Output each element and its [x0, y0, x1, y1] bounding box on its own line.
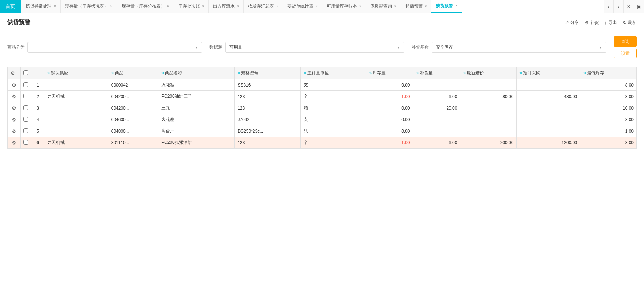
query-button[interactable]: 查询 [614, 36, 637, 47]
tab-label-inout-flow: 出入库流水 [213, 3, 235, 9]
row-num: 6 [31, 137, 44, 149]
row-stock: -1.00 [366, 91, 413, 102]
row-gear-icon[interactable]: ⚙ [12, 128, 16, 134]
row-replenish [413, 79, 460, 91]
row-gear-icon[interactable]: ⚙ [12, 117, 16, 123]
tab-label-available-ledger: 可用量库存账本 [327, 3, 357, 9]
row-checkbox[interactable] [23, 82, 28, 87]
tab-close-expiry-query[interactable]: × [394, 4, 396, 8]
replenish-base-value: 安全库存 [436, 44, 599, 50]
row-stock: 0.00 [366, 125, 413, 137]
tab-item-shortage[interactable]: 缺货预警× [431, 0, 462, 13]
row-code: 004200... [108, 91, 158, 102]
replenish-base-select[interactable]: 安全库存 ▼ [432, 42, 606, 53]
tab-item-overstock[interactable]: 超储预警× [401, 0, 432, 13]
tab-item-batch-account[interactable]: 库存批次账× [174, 0, 209, 13]
tab-home[interactable]: 首页 [0, 0, 21, 13]
row-latest-price [460, 125, 517, 137]
tab-close-exception[interactable]: × [54, 4, 56, 8]
row-est-purchase [517, 114, 580, 125]
select-all-checkbox[interactable] [23, 70, 28, 75]
row-name: 火花塞 [158, 114, 235, 125]
replenish-button[interactable]: ⊕ 补货 [585, 19, 599, 26]
col-header-unit[interactable]: ⇅主计量单位 [300, 67, 366, 79]
export-button[interactable]: ↓ 导出 [605, 19, 617, 26]
gear-settings-icon[interactable]: ⚙ [10, 70, 15, 76]
tab-close-receive-summary[interactable]: × [276, 4, 278, 8]
datasource-dropdown-icon: ▼ [397, 45, 400, 49]
row-gear-icon[interactable]: ⚙ [12, 94, 16, 100]
col-header-code[interactable]: ⇅商品... [108, 67, 158, 79]
tab-item-inventory-status[interactable]: 现存量（库存状况表）× [61, 0, 117, 13]
tab-close-available-ledger[interactable]: × [359, 4, 361, 8]
tab-close-btn[interactable]: × [624, 0, 634, 13]
col-header-latest_price[interactable]: ⇅最新进价 [460, 67, 517, 79]
export-icon: ↓ [605, 20, 607, 25]
row-gear-icon[interactable]: ⚙ [12, 82, 16, 88]
export-label: 导出 [608, 19, 617, 26]
col-header-spec[interactable]: ⇅规格型号 [235, 67, 300, 79]
tab-item-available-ledger[interactable]: 可用量库存账本× [322, 0, 366, 13]
tab-close-inventory-dist[interactable]: × [167, 4, 169, 8]
row-supplier [44, 114, 108, 125]
sort-icon: ⇅ [519, 71, 522, 75]
col-header-replenish[interactable]: ⇅补货量 [413, 67, 460, 79]
tab-item-inout-flow[interactable]: 出入库流水× [209, 0, 244, 13]
datasource-label: 数据源 [209, 44, 222, 50]
close-all-icon: ▣ [637, 4, 641, 9]
col-header-min_stock[interactable]: ⇅最低库存 [580, 67, 637, 79]
replenish-label: 补货 [590, 19, 599, 26]
row-latest-price [460, 114, 517, 125]
row-name: 离合片 [158, 125, 235, 137]
share-button[interactable]: ↗ 分享 [565, 19, 579, 26]
row-code: 004800... [108, 125, 158, 137]
row-supplier [44, 79, 108, 91]
tab-item-order-stat[interactable]: 要货单统计表× [283, 0, 322, 13]
tab-item-exception[interactable]: 拣货异常处理× [21, 0, 61, 13]
refresh-button[interactable]: ↻ 刷新 [623, 19, 637, 26]
category-select[interactable]: ▼ [27, 42, 202, 53]
tab-prev-btn[interactable]: ‹ [604, 0, 614, 13]
row-checkbox[interactable] [23, 94, 28, 98]
tab-close-inventory-status[interactable]: × [110, 4, 113, 8]
row-checkbox[interactable] [23, 105, 28, 110]
table-header: ⚙⇅默认供应...⇅商品...⇅商品名称⇅规格型号⇅主计量单位⇅库存量⇅补货量⇅… [8, 67, 637, 79]
datasource-select[interactable]: 可用量 ▼ [225, 42, 404, 53]
col-header-est_purchase[interactable]: ⇅预计采购... [517, 67, 580, 79]
table-body: ⚙10000042火花塞SS816支0.008.00⚙2力天机械004200..… [8, 79, 637, 149]
data-table: ⚙⇅默认供应...⇅商品...⇅商品名称⇅规格型号⇅主计量单位⇅库存量⇅补货量⇅… [7, 67, 637, 149]
col-header-checkbox [21, 67, 31, 79]
tab-item-expiry-query[interactable]: 保质期查询× [366, 0, 401, 13]
tab-item-inventory-dist[interactable]: 现存量（库存分布表）× [117, 0, 174, 13]
sort-icon: ⇅ [47, 71, 50, 75]
row-supplier [44, 125, 108, 137]
col-header-name[interactable]: ⇅商品名称 [158, 67, 235, 79]
col-header-stock[interactable]: ⇅库存量 [366, 67, 413, 79]
category-label: 商品分类 [7, 44, 25, 50]
row-checkbox[interactable] [23, 128, 28, 133]
row-min-stock: 8.00 [580, 114, 637, 125]
tab-close-batch-account[interactable]: × [202, 4, 204, 8]
tab-close-shortage[interactable]: × [455, 4, 457, 8]
row-min-stock: 1.00 [580, 125, 637, 137]
row-checkbox[interactable] [23, 117, 28, 122]
tab-close-order-stat[interactable]: × [316, 4, 318, 8]
row-est-purchase: 480.00 [517, 91, 580, 102]
row-supplier [44, 102, 108, 114]
tab-next-btn[interactable]: › [614, 0, 624, 13]
row-gear-icon[interactable]: ⚙ [12, 140, 16, 146]
col-header-supplier[interactable]: ⇅默认供应... [44, 67, 108, 79]
settings-button[interactable]: 设置 [614, 49, 637, 58]
row-replenish [413, 125, 460, 137]
sort-icon: ⇅ [161, 71, 164, 75]
row-code: 801110... [108, 137, 158, 149]
header-actions: ↗ 分享 ⊕ 补货 ↓ 导出 ↻ 刷新 [565, 19, 637, 26]
tab-close-overstock[interactable]: × [425, 4, 427, 8]
row-gear-icon[interactable]: ⚙ [12, 105, 16, 111]
tab-close-inout-flow[interactable]: × [237, 4, 239, 8]
row-est-purchase [517, 125, 580, 137]
row-latest-price [460, 102, 517, 114]
row-checkbox[interactable] [23, 140, 28, 145]
tab-close-all-btn[interactable]: ▣ [634, 0, 644, 13]
tab-item-receive-summary[interactable]: 收发存汇总表× [244, 0, 283, 13]
